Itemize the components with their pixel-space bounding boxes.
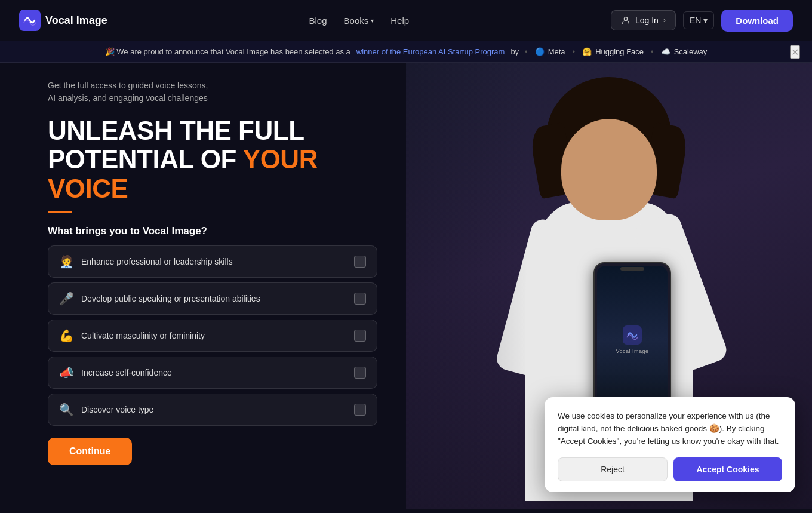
announcement-text: 🎉 We are proud to announce that Vocal Im… [105, 47, 350, 56]
sponsor-scaleway: ☁️ Scaleway [661, 47, 708, 56]
option-checkbox[interactable] [354, 404, 366, 416]
hero-subtitle: Get the full access to guided voice less… [48, 79, 377, 105]
option-label: Increase self-confidence [81, 368, 172, 377]
phone-brand-label: Vocal Image [616, 348, 648, 354]
person-icon [621, 16, 630, 25]
option-emoji: 📣 [59, 365, 74, 380]
logo-icon [19, 10, 41, 31]
reject-cookies-button[interactable]: Reject [558, 457, 668, 481]
language-selector[interactable]: EN ▾ [683, 11, 714, 29]
option-checkbox[interactable] [354, 330, 366, 342]
option-speaking[interactable]: 🎤 Develop public speaking or presentatio… [48, 282, 377, 315]
chevron-down-icon: ▾ [371, 17, 374, 24]
right-panel: Vocal Image We use cookies to personaliz… [406, 63, 812, 509]
option-checkbox[interactable] [354, 367, 366, 379]
main-layout: Get the full access to guided voice less… [0, 63, 812, 509]
continue-button[interactable]: Continue [48, 438, 132, 465]
option-checkbox[interactable] [354, 256, 366, 268]
sponsor-huggingface: 🤗 Hugging Face [582, 47, 644, 56]
option-label: Cultivate masculinity or femininity [81, 331, 205, 340]
option-label: Develop public speaking or presentation … [81, 294, 260, 303]
option-gender[interactable]: 💪 Cultivate masculinity or femininity [48, 320, 377, 352]
navbar-links: Blog Books ▾ Help [309, 16, 410, 26]
option-label: Enhance professional or leadership skill… [81, 257, 233, 266]
sponsors-group: • 🔵 Meta • 🤗 Hugging Face • ☁️ Scaleway [525, 47, 707, 56]
cookie-text: We use cookies to personalize your exper… [558, 410, 782, 448]
option-leadership[interactable]: 🧑‍💼 Enhance professional or leadership s… [48, 245, 377, 278]
option-confidence[interactable]: 📣 Increase self-confidence [48, 357, 377, 389]
announcement-bar: 🎉 We are proud to announce that Vocal Im… [0, 41, 812, 63]
option-voice-type[interactable]: 🔍 Discover voice type [48, 394, 377, 426]
phone-mockup: Vocal Image [593, 262, 671, 417]
close-announcement-button[interactable]: ✕ [790, 45, 800, 59]
nav-blog[interactable]: Blog [309, 16, 327, 26]
option-emoji: 🧑‍💼 [59, 254, 74, 269]
option-emoji: 🎤 [59, 291, 74, 306]
dot-separator: • [525, 47, 528, 56]
accept-cookies-button[interactable]: Accept Cookies [673, 457, 782, 481]
option-emoji: 💪 [59, 328, 74, 343]
phone-logo-icon [623, 325, 642, 345]
svg-point-1 [624, 17, 627, 20]
navbar-brand-group: Vocal Image [19, 10, 107, 31]
option-emoji: 🔍 [59, 403, 74, 417]
brand-name: Vocal Image [45, 14, 107, 27]
option-label: Discover voice type [81, 405, 153, 414]
dot-separator: • [573, 47, 576, 56]
person-face [561, 119, 657, 220]
phone-notch [620, 267, 644, 271]
title-divider [48, 211, 72, 213]
option-checkbox[interactable] [354, 293, 366, 305]
cookie-actions: Reject Accept Cookies [558, 457, 782, 481]
nav-help[interactable]: Help [390, 16, 409, 26]
phone-screen: Vocal Image [597, 266, 668, 414]
hero-image-bg: Vocal Image We use cookies to personaliz… [406, 63, 812, 509]
sponsor-meta: 🔵 Meta [535, 47, 565, 56]
chevron-down-icon: ▾ [703, 16, 708, 25]
download-button[interactable]: Download [721, 10, 793, 32]
section-question: What brings you to Vocal Image? [48, 225, 377, 237]
hero-title: UNLEASH THE FULL POTENTIAL OF YOUR VOICE [48, 116, 377, 203]
login-button[interactable]: Log In › [611, 10, 676, 30]
navbar-actions: Log In › EN ▾ Download [611, 10, 793, 32]
navbar: Vocal Image Blog Books ▾ Help Log In › E… [0, 0, 812, 41]
dot-separator: • [651, 47, 654, 56]
announcement-link[interactable]: winner of the European AI Startup Progra… [356, 47, 505, 56]
arrow-right-icon: › [663, 16, 666, 24]
left-panel: Get the full access to guided voice less… [0, 63, 406, 509]
nav-books-dropdown[interactable]: Books ▾ [344, 16, 374, 26]
options-list: 🧑‍💼 Enhance professional or leadership s… [48, 245, 377, 426]
cookie-banner: We use cookies to personalize your exper… [545, 397, 795, 492]
